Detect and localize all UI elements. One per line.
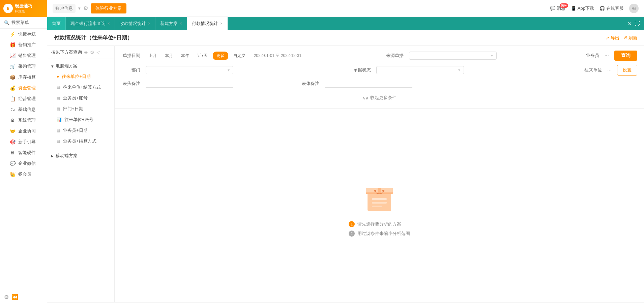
group-expand-icon: ▾: [51, 64, 54, 69]
scheme-item-label: 业务员+结算方式: [63, 138, 96, 144]
scheme-item-partner-date[interactable]: ● 往来单位+日期: [47, 71, 114, 82]
sidebar-item-cooperation[interactable]: 🤝 企业协同: [0, 126, 47, 137]
sidebar-item-hardware[interactable]: 🖥 智能硬件: [0, 147, 47, 158]
tab-home[interactable]: 首页: [47, 17, 66, 30]
header-right: 💬 消息 99+ 📱 App下载 🎧 在线客服 Rit: [550, 4, 639, 13]
sidebar-item-label: 新手引导: [18, 139, 36, 145]
collapse-sidebar-icon[interactable]: ⏪: [11, 294, 18, 300]
scheme-item-label: 业务员+账号: [63, 95, 88, 101]
sidebar-item-business[interactable]: 📋 经营管理: [0, 93, 47, 104]
source-select[interactable]: ▾: [409, 52, 497, 60]
refresh-icon: ↺: [623, 35, 627, 40]
svg-point-6: [382, 190, 384, 192]
group-label: 电脑端方案: [56, 63, 78, 69]
this-year-btn[interactable]: 本年: [178, 52, 192, 60]
sidebar-item-purchase[interactable]: 🛒 采购管理: [0, 61, 47, 72]
settings-btn[interactable]: 设置: [617, 65, 637, 75]
hint-text-2: 用过滤条件来缩小分析范围: [357, 231, 410, 237]
content-wrapper: 按以下方案查询 ⊕ ⚙ ◁ ▾ 电脑端方案 ● 往来单位+日期 ▦: [47, 46, 644, 302]
close-all-tabs-icon[interactable]: ✕: [627, 21, 632, 27]
tab-bank-flow-close[interactable]: ×: [108, 21, 110, 26]
dept-select[interactable]: ▾: [146, 66, 233, 74]
scheme-item-staff-settle[interactable]: ▦ 业务员+结算方式: [47, 136, 114, 147]
dept-select-arrow: ▾: [228, 68, 230, 72]
svg-rect-2: [372, 198, 387, 200]
account-dropdown-icon[interactable]: ▾: [78, 6, 81, 11]
sidebar-item-basic[interactable]: 🗂 基础信息: [0, 104, 47, 115]
doc-status-select[interactable]: ▾: [376, 66, 464, 74]
more-date-btn[interactable]: 更多: [213, 52, 228, 60]
tab-payment-stats-close[interactable]: ×: [220, 21, 223, 26]
page-title: 付款情况统计（往来单位+日期）: [54, 34, 133, 41]
settings-bottom-icon[interactable]: ⚙: [4, 294, 9, 300]
scheme-item-dept-date[interactable]: ▦ 部门+日期: [47, 103, 114, 114]
svg-rect-0: [368, 192, 391, 211]
this-month-btn[interactable]: 本月: [162, 52, 176, 60]
scheme-item-partner-account[interactable]: 📊 往来单位+账号: [47, 114, 114, 125]
online-service-btn[interactable]: 🎧 在线客服: [599, 5, 624, 11]
sidebar-item-system[interactable]: ⚙ 系统管理: [0, 115, 47, 126]
tab-payment-stats[interactable]: 付款情况统计 ×: [187, 17, 228, 30]
sidebar-search[interactable]: 🔍 搜索菜单: [0, 17, 47, 29]
scheme-item-staff-account[interactable]: ▦ 业务员+账号: [47, 93, 114, 103]
svg-point-5: [374, 190, 376, 192]
maximize-icon[interactable]: ⛶: [635, 21, 640, 27]
filter-row-1: 单据日期 上月 本月 本年 近7天 更多 自定义 2022-01-01 至 20…: [121, 51, 637, 61]
last7-btn[interactable]: 近7天: [194, 52, 211, 60]
scheme-settings-icon[interactable]: ⚙: [90, 50, 94, 55]
scheme-icon: ▦: [57, 139, 60, 144]
partner-label: 往来单位: [583, 67, 602, 73]
scheme-item-partner-settle[interactable]: ▦ 往来单位+结算方式: [47, 82, 114, 93]
sidebar-item-finance[interactable]: 💰 资金管理: [0, 83, 47, 93]
tab-bank-flow[interactable]: 现金银行流水查询 ×: [66, 17, 115, 30]
prev-month-btn[interactable]: 上月: [146, 52, 160, 60]
staff-select-dots[interactable]: ···: [605, 53, 609, 59]
sidebar-item-wechat[interactable]: 💬 企业微信: [0, 158, 47, 169]
sidebar-item-quick-nav[interactable]: ⚡ 快捷导航: [0, 29, 47, 39]
tab-new-scheme-close[interactable]: ×: [180, 21, 182, 26]
collapse-label: 收起更多条件: [370, 95, 397, 101]
refresh-btn[interactable]: ↺ 刷新: [623, 35, 637, 41]
collapse-left-icon[interactable]: ◁: [96, 50, 100, 55]
app-download-btn[interactable]: 📱 App下载: [571, 5, 594, 11]
tab-receipt-stats-close[interactable]: ×: [148, 21, 150, 26]
sidebar-item-inventory[interactable]: 📦 库存核算: [0, 72, 47, 83]
tab-new-scheme[interactable]: 新建方案 ×: [155, 17, 187, 30]
custom-date-btn[interactable]: 自定义: [230, 52, 248, 60]
app-icon: 📱: [571, 6, 576, 11]
header-settings-icon[interactable]: ⚙: [83, 5, 88, 11]
desktop-scheme-group-title[interactable]: ▾ 电脑端方案: [47, 61, 114, 71]
export-btn[interactable]: ↗ 导出: [606, 35, 619, 41]
collapse-icon: ∧∧: [362, 95, 369, 100]
sidebar-item-sales[interactable]: 📈 销售管理: [0, 50, 47, 61]
scheme-item-staff-date[interactable]: ▦ 业务员+日期: [47, 125, 114, 136]
message-btn[interactable]: 💬 消息 99+: [550, 5, 565, 11]
date-btns: 上月 本月 本年 近7天 更多 自定义: [146, 52, 248, 60]
mobile-scheme-group-title[interactable]: ▸ 移动端方案: [47, 151, 114, 161]
sales-icon: 📈: [9, 53, 16, 59]
left-panel-header: 按以下方案查询 ⊕ ⚙ ◁: [47, 46, 114, 59]
message-badge: 99+: [560, 3, 568, 8]
partner-select-dots[interactable]: ···: [607, 67, 612, 73]
sidebar-item-marketing[interactable]: 🎁 营销推广: [0, 39, 47, 50]
sidebar: 6 畅捷通巧 标准版 🔍 搜索菜单 ⚡ 快捷导航 🎁 营销推广 📈 销售管理 🛒…: [0, 0, 47, 303]
scheme-icon: ▦: [57, 85, 60, 90]
body-note-input[interactable]: [325, 80, 412, 88]
header-note-input[interactable]: [146, 80, 233, 88]
collapse-conditions-btn[interactable]: ∧∧ 收起更多条件: [121, 92, 637, 103]
tab-receipt-stats[interactable]: 收款情况统计 ×: [115, 17, 155, 30]
avatar[interactable]: Rit: [629, 4, 639, 13]
account-selector[interactable]: 账户信息: [53, 4, 76, 13]
sidebar-item-vip[interactable]: 👑 畅会员: [0, 169, 47, 180]
sidebar-item-guide[interactable]: 🎯 新手引导: [0, 137, 47, 147]
query-btn[interactable]: 查询: [614, 51, 637, 61]
header-left: 账户信息 ▾ ⚙ 体验行业方案: [53, 3, 546, 13]
scheme-active-icon: ●: [57, 74, 59, 79]
add-scheme-icon[interactable]: ⊕: [84, 50, 88, 55]
scheme-icon: ▦: [57, 128, 60, 133]
vip-icon: 👑: [9, 171, 16, 177]
sidebar-item-label: 企业微信: [18, 160, 36, 166]
trial-btn[interactable]: 体验行业方案: [91, 3, 126, 13]
export-icon: ↗: [606, 35, 609, 40]
cooperation-icon: 🤝: [9, 128, 16, 134]
